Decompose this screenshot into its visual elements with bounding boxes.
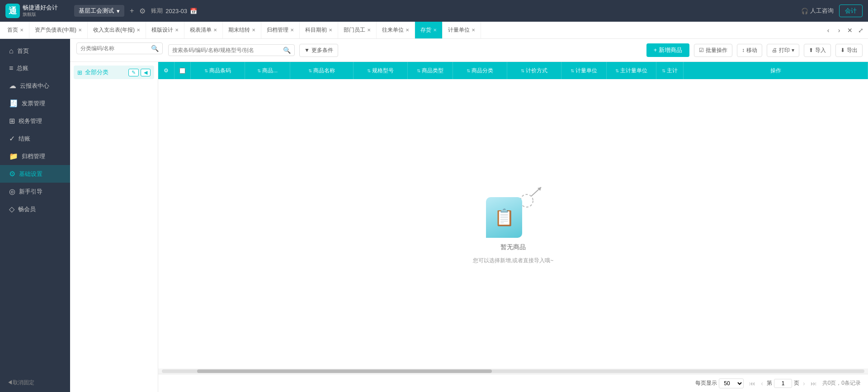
- th-name-label: 商品名称: [313, 67, 335, 75]
- cancel-pin-label: ◀取消固定: [7, 379, 34, 387]
- first-page-btn[interactable]: ⏮: [747, 379, 757, 388]
- th-barcode[interactable]: ⇅ 商品条码: [191, 62, 245, 79]
- add-tab-icon[interactable]: +: [130, 7, 134, 15]
- th-checkbox[interactable]: [175, 62, 191, 79]
- tab-close-icon[interactable]: ✕: [329, 28, 332, 33]
- tab-close-icon[interactable]: ✕: [213, 28, 217, 33]
- batch-ops-label: 批量操作: [706, 47, 727, 54]
- ai-consult-btn[interactable]: 🎧 人工咨询: [801, 7, 834, 15]
- category-collapse-btn[interactable]: ◀: [141, 69, 151, 76]
- sidebar-item-发票管理[interactable]: 🧾发票管理: [0, 94, 70, 112]
- tab-item-9[interactable]: 往来单位✕: [377, 22, 415, 39]
- last-page-btn[interactable]: ⏭: [809, 379, 819, 388]
- th-price[interactable]: ⇅ 计价方式: [507, 62, 561, 79]
- print-btn[interactable]: 🖨 打印 ▾: [767, 44, 799, 57]
- select-all-checkbox[interactable]: [179, 68, 185, 74]
- tab-item-7[interactable]: 科目期初✕: [300, 22, 338, 39]
- tab-close-all-btn[interactable]: ✕: [844, 22, 855, 39]
- tab-close-icon[interactable]: ✕: [472, 28, 475, 33]
- tab-item-4[interactable]: 税表清单✕: [184, 22, 223, 39]
- tab-item-0[interactable]: 首页✕: [2, 22, 29, 39]
- company-selector[interactable]: 基层工会测试 ▾: [74, 5, 124, 17]
- tab-close-icon[interactable]: ✕: [175, 28, 179, 33]
- sidebar-item-基础设置[interactable]: ⚙基础设置: [0, 165, 70, 183]
- th-extra[interactable]: ⇅ 主计: [656, 62, 684, 79]
- category-all-item[interactable]: ⊞ 全部分类 ✎ ◀: [74, 66, 154, 79]
- sidebar-item-结账[interactable]: ✓结账: [0, 130, 70, 147]
- th-cat[interactable]: ⇅ 商品分类: [453, 62, 507, 79]
- tab-item-11[interactable]: 计量单位✕: [443, 22, 481, 39]
- th-code[interactable]: ⇅ 商品...: [245, 62, 290, 79]
- content-area: 🔍 🔍 ▼ 更多条件 + 新增商品 ☑ 批量操作 ↕ 移动: [70, 39, 868, 392]
- sidebar-item-畅会员[interactable]: ◇畅会员: [0, 200, 70, 218]
- page-unit: 页: [794, 379, 799, 387]
- th-name[interactable]: ⇅ 商品名称: [290, 62, 354, 79]
- tab-item-6[interactable]: 归档管理✕: [261, 22, 300, 39]
- tab-item-3[interactable]: 模版设计✕: [146, 22, 184, 39]
- settings-col-icon: ⚙: [164, 67, 169, 74]
- page-size-dropdown[interactable]: 50 10 20 100: [719, 378, 744, 388]
- sidebar-item-归档管理[interactable]: 📁归档管理: [0, 147, 70, 165]
- th-type[interactable]: ⇅ 商品类型: [408, 62, 453, 79]
- category-search-input[interactable]: [80, 45, 148, 52]
- import-btn[interactable]: ⬆ 导入: [804, 44, 831, 57]
- th-settings[interactable]: ⚙: [158, 62, 175, 79]
- tab-close-icon[interactable]: ✕: [406, 28, 409, 33]
- calendar-icon[interactable]: 📅: [190, 8, 197, 14]
- th-type-label: 商品类型: [422, 67, 443, 75]
- tab-item-2[interactable]: 收入支出表(年报)✕: [88, 22, 146, 39]
- more-filter-btn[interactable]: ▼ 更多条件: [299, 44, 338, 57]
- tab-prev-btn[interactable]: ‹: [823, 22, 834, 39]
- tab-close-icon[interactable]: ✕: [137, 28, 140, 33]
- th-name-sort: ⇅: [308, 68, 312, 73]
- sidebar-item-新手引导[interactable]: ◎新手引导: [0, 183, 70, 200]
- product-search-input[interactable]: [172, 47, 280, 53]
- tab-item-1[interactable]: 资产负债表(中期)✕: [29, 22, 88, 39]
- tab-close-icon[interactable]: ✕: [367, 28, 371, 33]
- tab-expand-btn[interactable]: ⤢: [855, 22, 866, 39]
- th-type-sort: ⇅: [417, 68, 420, 73]
- horizontal-scrollbar[interactable]: [158, 368, 868, 374]
- tab-close-icon[interactable]: ✕: [252, 28, 255, 33]
- th-price-sort: ⇅: [521, 68, 524, 73]
- tab-close-icon[interactable]: ✕: [433, 28, 437, 33]
- sidebar-icon-9: ◇: [9, 205, 14, 213]
- tab-label: 计量单位: [448, 26, 470, 34]
- add-product-btn[interactable]: + 新增商品: [646, 43, 689, 57]
- sidebar-item-首页[interactable]: ⌂首页: [0, 43, 70, 60]
- sidebar-label-8: 新手引导: [19, 188, 42, 196]
- sidebar-item-税务管理[interactable]: ⊞税务管理: [0, 112, 70, 130]
- next-page-btn[interactable]: ›: [801, 379, 807, 388]
- sidebar-label-3: 发票管理: [22, 99, 45, 108]
- tab-item-8[interactable]: 部门员工✕: [338, 22, 377, 39]
- prev-page-btn[interactable]: ‹: [759, 379, 765, 388]
- empty-title: 暂无商品: [500, 243, 526, 251]
- export-btn[interactable]: ⬇ 导出: [835, 44, 863, 57]
- tab-next-btn[interactable]: ›: [834, 22, 844, 39]
- pagination-bar: 每页显示 50 10 20 100 ⏮ ‹ 第 页: [158, 374, 868, 392]
- tab-close-icon[interactable]: ✕: [290, 28, 294, 33]
- th-spec[interactable]: ⇅ 规格型号: [354, 62, 408, 79]
- batch-ops-btn[interactable]: ☑ 批量操作: [694, 44, 732, 57]
- sidebar-item-云报表中心[interactable]: ☁云报表中心: [0, 77, 70, 94]
- sidebar-cancel-pin[interactable]: ◀取消固定: [0, 373, 70, 392]
- page-number-input[interactable]: [774, 379, 792, 388]
- tab-close-icon[interactable]: ✕: [78, 28, 82, 33]
- kuaiji-button[interactable]: 会计: [839, 5, 863, 17]
- move-btn[interactable]: ↕ 移动: [737, 44, 762, 57]
- tab-item-10[interactable]: 存货✕: [415, 22, 443, 39]
- category-search-icon[interactable]: 🔍: [151, 45, 159, 52]
- settings-icon[interactable]: ⚙: [139, 7, 146, 15]
- product-search-box: 🔍: [168, 44, 295, 56]
- scrollbar-thumb[interactable]: [197, 369, 492, 373]
- tab-item-5[interactable]: 期末结转✕: [223, 22, 261, 39]
- logo-text-block: 畅捷通好会计 旗舰版: [23, 4, 58, 18]
- sidebar-item-总账[interactable]: ≡总账: [0, 60, 70, 77]
- th-unit[interactable]: ⇅ 计量单位: [561, 62, 607, 79]
- scrollbar-track: [162, 369, 864, 373]
- category-edit-btn[interactable]: ✎: [128, 69, 139, 76]
- th-main-unit[interactable]: ⇅ 主计量单位: [607, 62, 656, 79]
- page-text: 第: [767, 379, 772, 387]
- tab-close-icon[interactable]: ✕: [20, 28, 24, 33]
- product-search-icon[interactable]: 🔍: [283, 47, 291, 54]
